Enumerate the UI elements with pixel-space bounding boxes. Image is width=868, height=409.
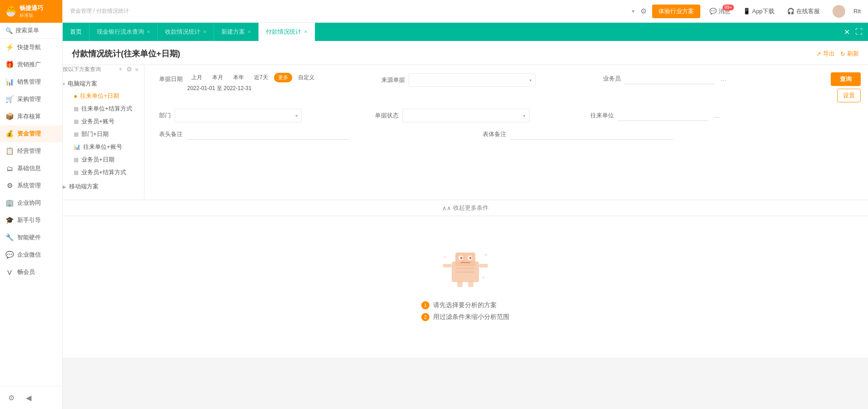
refresh-btn[interactable]: ↻ 刷新	[840, 50, 859, 58]
sidebar-item-vip[interactable]: V 畅会员	[0, 263, 62, 281]
scheme-item-label: 往来单位+账号	[83, 143, 122, 151]
sidebar-settings-btn[interactable]: ⚙	[5, 391, 18, 404]
scheme-group-desktop-header[interactable]: ▾ 电脑端方案	[63, 78, 139, 90]
scheme-item-partner-date[interactable]: ● 往来单位+日期	[63, 90, 139, 102]
bank-flow-tab-close[interactable]: ×	[147, 29, 150, 35]
topbar-username[interactable]: Rit	[853, 8, 861, 15]
sidebar-item-basic[interactable]: 🗂 基础信息	[0, 160, 62, 177]
scheme-item-partner-account[interactable]: 📊 往来单位+账号	[63, 141, 139, 153]
guide-icon: 🎓	[5, 216, 14, 224]
scheme-item-label: 往来单位+结算方式	[81, 105, 132, 113]
tab-receipt-stats[interactable]: 收款情况统计 ×	[158, 23, 214, 41]
new-scheme-tab-close[interactable]: ×	[248, 29, 251, 35]
topbar-dropdown[interactable]: ▾	[632, 8, 635, 15]
source-filter: 来源单据 ▾	[381, 72, 604, 87]
scheme-add-btn[interactable]: ＋	[117, 65, 124, 73]
more-date-btn[interactable]: 更多	[274, 73, 292, 82]
partner-filter: 往来单位 ...	[590, 110, 806, 121]
scheme-settings-btn[interactable]: ⚙	[126, 66, 132, 73]
scheme-item-salesman-date[interactable]: ▦ 业务员+日期	[63, 153, 139, 166]
salesman-ellipsis-btn[interactable]: ...	[721, 75, 726, 82]
tab-bank-flow[interactable]: 现金银行流水查询 ×	[90, 23, 158, 41]
sidebar-item-system[interactable]: ⚙ 系统管理	[0, 177, 62, 194]
sidebar-search-label: 搜索菜单	[15, 26, 39, 35]
export-btn[interactable]: ↗ 导出	[816, 50, 835, 58]
source-select[interactable]: ▾	[409, 73, 536, 87]
filter-actions: 查询 设置	[825, 72, 861, 102]
sidebar-item-sales[interactable]: 📊 销售管理	[0, 73, 62, 91]
receipt-stats-tab-label: 收款情况统计	[165, 28, 200, 36]
partner-label: 往来单位	[590, 111, 614, 120]
scheme-item-partner-payment[interactable]: ▦ 往来单位+结算方式	[63, 102, 139, 115]
sidebar-item-inventory[interactable]: 📦 库存核算	[0, 108, 62, 125]
sidebar-item-operation[interactable]: 📋 经营管理	[0, 142, 62, 160]
topbar-gear-btn[interactable]: ⚙	[640, 7, 647, 15]
tab-new-scheme[interactable]: 新建方案 ×	[214, 23, 259, 41]
this-year-btn[interactable]: 本年	[229, 72, 248, 83]
topbar-msg-btn[interactable]: 💬 消息 99+	[709, 7, 730, 15]
trial-btn[interactable]: 体验行业方案	[652, 5, 700, 18]
sidebar-item-coop[interactable]: 🏢 企业协同	[0, 194, 62, 212]
payment-stats-tab-close[interactable]: ×	[304, 29, 307, 35]
svg-rect-9	[457, 281, 463, 287]
query-btn[interactable]: 查询	[831, 72, 861, 86]
tab-payment-stats[interactable]: 付款情况统计 ×	[259, 23, 315, 41]
scheme-group-mobile-header[interactable]: ▶ 移动端方案	[63, 181, 139, 192]
scheme-collapse-btn[interactable]: «	[135, 66, 139, 73]
sidebar-item-label: 畅会员	[17, 268, 35, 276]
scheme-item-salesman-account[interactable]: ▦ 业务员+账号	[63, 115, 139, 128]
sidebar-collapse-btn[interactable]: ◀	[22, 391, 35, 404]
sidebar-item-guide[interactable]: 🎓 新手引导	[0, 212, 62, 229]
msg-badge: 99+	[723, 5, 734, 10]
sidebar-item-label: 经营管理	[17, 147, 41, 155]
scheme-item-dept-date[interactable]: ▦ 部门+日期	[63, 128, 139, 141]
date-range-display: 2022-01-01 至 2022-12-31	[187, 85, 319, 92]
finance-icon: 💰	[5, 130, 14, 138]
scheme-item-label: 业务员+结算方式	[81, 168, 126, 177]
search-icon: 🔍	[5, 27, 13, 34]
sidebar-item-marketing[interactable]: 🎁 营销推广	[0, 56, 62, 73]
tab-expand-btn[interactable]: ⛶	[853, 26, 864, 38]
this-month-btn[interactable]: 本月	[208, 72, 227, 83]
prev-month-btn[interactable]: 上月	[187, 72, 206, 83]
svg-point-5	[469, 257, 472, 259]
receipt-stats-tab-close[interactable]: ×	[203, 29, 206, 35]
sidebar-item-label: 企业微信	[17, 251, 41, 259]
svg-point-13	[444, 256, 446, 258]
topbar-app-label: App下载	[752, 7, 774, 15]
collapse-bar: ∧∧ 收起更多条件	[63, 200, 868, 216]
sidebar-item-purchase[interactable]: 🛒 采购管理	[0, 91, 62, 108]
sidebar-bottom: ⚙ ◀	[0, 386, 62, 409]
main-area: 资金管理 / 付款情况统计 ▾ ⚙ 体验行业方案 💬 消息 99+ 📱 App下…	[63, 0, 868, 409]
header-note-input[interactable]	[186, 129, 350, 140]
sidebar-item-finance[interactable]: 💰 资金管理	[0, 125, 62, 142]
last-7-btn[interactable]: 近7天	[250, 72, 272, 83]
body-note-filter: 表体备注	[483, 129, 806, 140]
doc-status-select[interactable]: ▾	[402, 109, 529, 122]
topbar-avatar[interactable]	[833, 5, 845, 18]
topbar-app-btn[interactable]: 📱 App下载	[743, 7, 774, 15]
partner-ellipsis-btn[interactable]: ...	[714, 112, 719, 119]
sidebar-item-quick-nav[interactable]: ⚡ 快捷导航	[0, 39, 62, 56]
tab-close-all-btn[interactable]: ✕	[842, 26, 852, 38]
topbar-service-btn[interactable]: 🎧 在线客服	[787, 7, 820, 15]
sidebar-item-wechat[interactable]: 💬 企业微信	[0, 246, 62, 263]
scheme-item-salesman-payment[interactable]: ▦ 业务员+结算方式	[63, 166, 139, 179]
partner-input[interactable]	[618, 110, 708, 121]
sidebar-item-hardware[interactable]: 🔧 智能硬件	[0, 229, 62, 246]
dept-select[interactable]: ▾	[175, 109, 302, 122]
salesman-input[interactable]	[624, 73, 715, 84]
settings-btn[interactable]: 设置	[837, 89, 861, 102]
coop-icon: 🏢	[5, 199, 14, 207]
filter-row-3: 表头备注 表体备注	[152, 122, 868, 147]
body-note-input[interactable]	[510, 129, 673, 140]
custom-date-btn[interactable]: 自定义	[294, 72, 319, 83]
scheme-item-icon: ▦	[74, 131, 79, 137]
date-label: 单据日期	[159, 72, 183, 83]
tab-home[interactable]: 首页	[63, 23, 90, 41]
svg-rect-8	[479, 264, 488, 268]
collapse-more-btn[interactable]: ∧∧ 收起更多条件	[442, 204, 489, 212]
topbar-service-label: 在线客服	[796, 7, 820, 15]
sidebar-search[interactable]: 🔍 搜索菜单	[0, 23, 62, 39]
payment-stats-tab-label: 付款情况统计	[266, 28, 301, 36]
